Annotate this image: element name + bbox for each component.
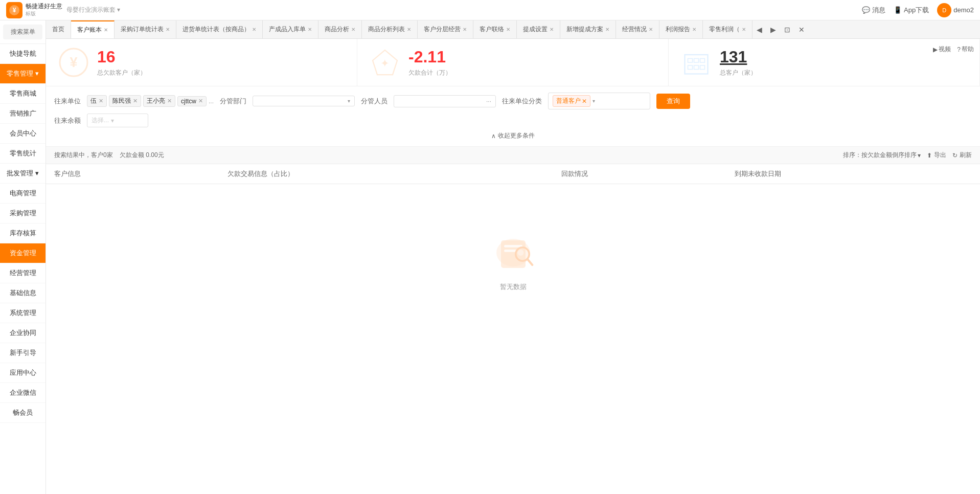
- tab-close-product-analysis-list[interactable]: ✕: [407, 27, 411, 32]
- filter-tag-chen-remove[interactable]: ✕: [133, 98, 138, 104]
- tab-close-commission-settings[interactable]: ✕: [550, 27, 554, 32]
- tab-product-analysis[interactable]: 商品分析 ✕: [318, 20, 362, 39]
- tab-profit-report[interactable]: 利润报告 ✕: [659, 20, 703, 39]
- svg-line-18: [527, 259, 532, 265]
- tab-bar: 首页 客户账本 ✕ 采购订单统计表 ✕ 进货单统计表（按商品） ✕ 产成品入库单…: [46, 20, 980, 39]
- tab-inbound-stats[interactable]: 进货单统计表（按商品） ✕: [176, 20, 263, 39]
- tab-product-inbound[interactable]: 产成品入库单 ✕: [263, 20, 318, 39]
- tab-customer-tier[interactable]: 客户分层经营 ✕: [418, 20, 473, 39]
- tab-next-arrow[interactable]: ▶: [766, 26, 780, 34]
- tab-minimize[interactable]: ✕: [794, 26, 809, 34]
- stat-number-total-customers: 131: [720, 48, 757, 66]
- filter-tag-wu-remove[interactable]: ✕: [99, 98, 103, 104]
- account-dropdown[interactable]: 母婴行业演示账套 ▾: [66, 6, 120, 14]
- tab-retail-profit[interactable]: 零售利润（ ✕: [703, 20, 753, 39]
- sidebar-item-retail-mall[interactable]: 零售商城: [0, 84, 45, 104]
- svg-text:✦: ✦: [380, 57, 390, 69]
- tab-close-purchase-order-stats[interactable]: ✕: [166, 27, 170, 32]
- tab-expand[interactable]: ⊡: [780, 26, 794, 34]
- tab-close-customer-tier[interactable]: ✕: [463, 27, 467, 32]
- sidebar-item-app-center[interactable]: 应用中心: [0, 363, 45, 383]
- sidebar-item-retail-mgmt[interactable]: 零售管理 ▾: [0, 64, 45, 84]
- filter-dept-select[interactable]: ▾: [253, 96, 355, 106]
- sidebar-item-basics[interactable]: 基础信息: [0, 283, 45, 303]
- filter-tag-cjttcw-remove[interactable]: ✕: [198, 98, 203, 104]
- top-bar-left: ¥ 畅捷通好生意 标版 母婴行业演示账套 ▾: [6, 2, 120, 18]
- filter-tag-chen: 陈民强 ✕: [109, 95, 141, 107]
- tab-prev-arrow[interactable]: ◀: [753, 26, 766, 34]
- svg-rect-9: [700, 59, 705, 63]
- stat-label-debt-customers: 总欠款客户（家）: [97, 69, 146, 77]
- tab-commission-settings[interactable]: 提成设置 ✕: [517, 20, 560, 39]
- sidebar-item-wechat[interactable]: 企业微信: [0, 383, 45, 403]
- sidebar-item-chang-member[interactable]: 畅会员: [0, 403, 45, 423]
- sidebar-item-wholesale-mgmt[interactable]: 批发管理 ▾: [0, 164, 45, 184]
- filter-tag-cjttcw: cjttcw ✕: [177, 96, 207, 106]
- stats-bar: ¥ 16 总欠款客户（家） ✦: [46, 39, 980, 86]
- sidebar-item-retail-stats[interactable]: 零售统计: [0, 144, 45, 164]
- category-tag-remove[interactable]: ✕: [582, 98, 587, 105]
- refresh-button[interactable]: ↻ 刷新: [952, 151, 972, 160]
- query-button[interactable]: 查询: [656, 94, 690, 109]
- sidebar-item-inventory[interactable]: 库存核算: [0, 223, 45, 243]
- tab-customer-ledger[interactable]: 客户账本 ✕: [71, 20, 115, 39]
- sidebar-item-system[interactable]: 系统管理: [0, 303, 45, 323]
- filter-tag-wu: 伍 ✕: [87, 95, 107, 107]
- tab-close-product-inbound[interactable]: ✕: [308, 27, 312, 32]
- tab-product-analysis-list[interactable]: 商品分析列表 ✕: [362, 20, 418, 39]
- results-bar: 搜索结果中，客户0家 欠款金额 0.00元 排序：按欠款金额倒序排序 ▾ ⬆ 导…: [46, 147, 980, 164]
- logo-area: ¥ 畅捷通好生意 标版: [6, 2, 62, 18]
- tab-close-customer-ledger[interactable]: ✕: [104, 27, 108, 33]
- stat-number-total-debt: -2.11: [408, 48, 451, 66]
- sidebar-item-newbie[interactable]: 新手引导: [0, 343, 45, 363]
- messages-button[interactable]: 💬 消息: [862, 6, 885, 15]
- dept-dropdown-arrow: ▾: [348, 98, 350, 104]
- tab-close-retail-profit[interactable]: ✕: [742, 27, 746, 32]
- tab-close-profit-report[interactable]: ✕: [692, 27, 696, 32]
- tab-close-inbound-stats[interactable]: ✕: [252, 27, 256, 32]
- stat-help: ▶ 视频 ? 帮助: [933, 45, 974, 54]
- filter-more-tags[interactable]: ...: [209, 98, 214, 105]
- tab-purchase-order-stats[interactable]: 采购订单统计表 ✕: [115, 20, 176, 39]
- tab-close-product-analysis[interactable]: ✕: [351, 27, 355, 32]
- filter-person-select[interactable]: ···: [394, 95, 496, 107]
- tab-close-add-commission[interactable]: ✕: [605, 27, 609, 32]
- logo-text: 畅捷通好生意: [26, 3, 62, 10]
- sidebar-item-quick-nav[interactable]: 快捷导航: [0, 44, 45, 64]
- results-actions: 排序：按欠款金额倒序排序 ▾ ⬆ 导出 ↻ 刷新: [843, 151, 972, 160]
- help-btn[interactable]: ? 帮助: [957, 45, 974, 54]
- filter-area: 往来单位 伍 ✕ 陈民强 ✕ 王小亮: [46, 86, 980, 147]
- balance-dropdown-arrow: ▾: [111, 117, 114, 124]
- video-help-btn[interactable]: ▶ 视频: [933, 45, 951, 54]
- filter-tag-wang-remove[interactable]: ✕: [167, 98, 172, 104]
- col-header-repayment: 回款情况: [553, 164, 726, 184]
- filter-label-unit: 往来单位: [54, 97, 81, 106]
- filter-balance-select[interactable]: 选择... ▾: [87, 114, 148, 127]
- filter-label-dept: 分管部门: [220, 97, 246, 106]
- sidebar-item-marketing[interactable]: 营销推广: [0, 104, 45, 124]
- sidebar-search-area: 搜索菜单: [0, 20, 45, 44]
- sidebar-item-purchase[interactable]: 采购管理: [0, 204, 45, 223]
- filter-collapse-btn[interactable]: ∧ 收起更多条件: [54, 131, 972, 140]
- sidebar-item-finance[interactable]: 资金管理: [0, 243, 45, 263]
- col-header-due-date: 到期未收款日期: [726, 164, 980, 184]
- top-bar: ¥ 畅捷通好生意 标版 母婴行业演示账套 ▾ 💬 消息 📱 App下载 D de…: [0, 0, 980, 20]
- sidebar-item-enterprise[interactable]: 企业协同: [0, 323, 45, 343]
- app-download-button[interactable]: 📱 App下载: [894, 6, 929, 15]
- export-button[interactable]: ⬆ 导出: [927, 151, 946, 160]
- user-menu[interactable]: D demo2: [937, 3, 974, 17]
- svg-rect-8: [694, 59, 699, 63]
- tab-close-customer-contact[interactable]: ✕: [506, 27, 510, 32]
- filter-category-select[interactable]: 普通客户 ✕ ▾: [548, 93, 650, 109]
- tab-close-operation-status[interactable]: ✕: [649, 27, 653, 32]
- sidebar-item-ecommerce[interactable]: 电商管理: [0, 184, 45, 204]
- tab-customer-contact[interactable]: 客户联络 ✕: [473, 20, 517, 39]
- tab-home[interactable]: 首页: [46, 20, 71, 39]
- sidebar-item-operations[interactable]: 经营管理: [0, 263, 45, 283]
- sidebar-item-member-center[interactable]: 会员中心: [0, 124, 45, 144]
- tab-add-commission[interactable]: 新增提成方案 ✕: [560, 20, 616, 39]
- tab-operation-status[interactable]: 经营情况 ✕: [616, 20, 659, 39]
- stat-icon-building: [681, 47, 712, 78]
- sort-select[interactable]: 排序：按欠款金额倒序排序 ▾: [843, 151, 921, 160]
- search-menu-button[interactable]: 搜索菜单: [3, 25, 42, 39]
